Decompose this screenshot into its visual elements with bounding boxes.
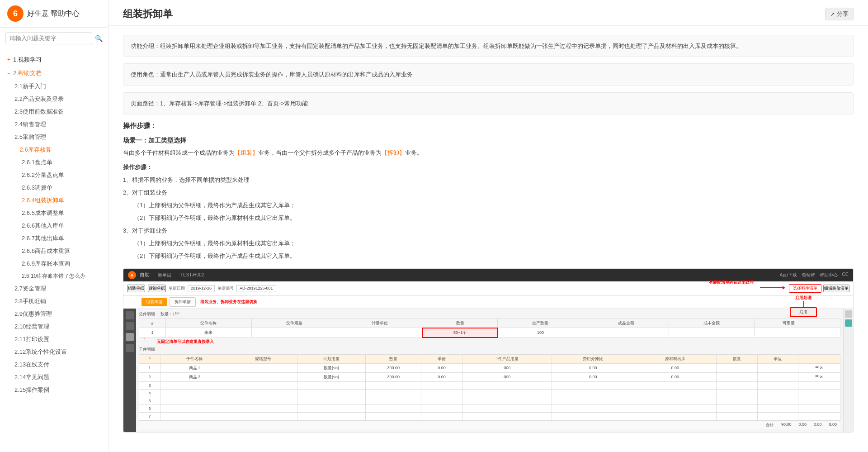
app-title-sm: 自助 [140, 271, 150, 278]
cell-name: 米米 [166, 328, 252, 338]
sidebar-item-2-7[interactable]: 2.7资金管理 [0, 282, 108, 295]
scol-name: 子件名称 [160, 354, 229, 363]
step-label: 操作步骤： [123, 162, 854, 173]
info-block-role: 使用角色：通常由生产人员或库管人员完成拆装业务的操作，库管人员确认原材料的出库和… [123, 63, 854, 86]
nav-help: 帮助中心 [820, 272, 838, 278]
sidebar-item-label: 2.帮助文档 [13, 69, 42, 77]
btn-edit-bom[interactable]: 编辑装修清单 [823, 285, 849, 292]
scenario1-title: 场景一：加工类型选择 [123, 137, 854, 145]
sidebar-item-2-6-4[interactable]: 2.6.4组装拆卸单 [0, 194, 108, 207]
page-header: 组装拆卸单 ↗ 分享 [108, 0, 868, 26]
search-bar: 🔍 [0, 28, 108, 49]
scol-price: 单价 [421, 354, 462, 363]
col-qty: 数量 [423, 319, 497, 328]
sidebar-item-2-14[interactable]: 2.14常见问题 [0, 371, 108, 384]
btn-disassembly[interactable]: 拆卸单据 [148, 285, 166, 292]
sidebar-item-2-8[interactable]: 2.8手机旺铺 [0, 295, 108, 308]
col-prod-qty: 生产数量 [497, 319, 583, 328]
app-footer: 合计 ¥0.00 0.00 0.00 0.00 [139, 420, 840, 429]
date-value: 2019-12-26 [188, 285, 215, 291]
step-3-1: （1）上部明细为父件明细，最终作为原材料生成其它出库单； [123, 238, 854, 249]
bill-label: 单据编号 [217, 285, 234, 291]
sidebar-item-2-6-2[interactable]: 2.6.2分量盘点单 [0, 169, 108, 181]
sidebar-icon-4 [126, 344, 134, 352]
sidebar-item-label: 1.视频学习 [13, 56, 42, 64]
sidebar-item-2-12[interactable]: 2.12系统个性化设置 [0, 346, 108, 358]
bill-value: AD-20191226-001 [236, 285, 276, 291]
sidebar-item-2-6[interactable]: − 2.6库存核算 [0, 143, 108, 156]
col-action [823, 319, 840, 328]
cell-prod-amt [583, 328, 669, 338]
total-3: 0.00 [814, 422, 822, 428]
step-3-2: （2）下部明细为子件明细，最终作为产成品生成其它入库单。 [123, 250, 854, 262]
sidebar-item-2-6-3[interactable]: 2.6.3调拨单 [0, 181, 108, 194]
app-screenshot: 6 自助 新单据 TEST-H002 App下载 包帮帮 帮助中心 CC 组装单… [123, 269, 853, 432]
table-row: 1 米米 50~1个 100 [139, 328, 840, 338]
sidebar-item-1[interactable]: + 1.视频学习 [0, 53, 108, 67]
search-icon[interactable]: 🔍 [95, 35, 103, 42]
scol-out-unit: 单位 [757, 354, 798, 363]
sidebar-item-2-11[interactable]: 2.11打印设置 [0, 333, 108, 346]
sidebar-item-2-15[interactable]: 2.15操作案例 [0, 384, 108, 396]
btn-select-bom[interactable]: 选择料件清单 [789, 284, 821, 293]
col-avail: 可用量 [755, 319, 823, 328]
step-3: 3、对于拆卸业务 [123, 225, 854, 237]
btn-disassembly-inactive[interactable]: 拆卸单据 [170, 297, 196, 307]
tables-area: 父件明细： 数量：1/个 # 父件名称 父件规格 计量单位 数量 [136, 309, 843, 432]
cell-unit [337, 328, 423, 338]
cell-cost-amt [669, 328, 755, 338]
app-screenshot-container: 6 自助 新单据 TEST-H002 App下载 包帮帮 帮助中心 CC 组装单… [123, 268, 854, 433]
sidebar-item-2-6-10[interactable]: 2.6.10库存账本错了怎么办 [0, 270, 108, 282]
sidebar-item-2-6-7[interactable]: 2.6.7其他出库单 [0, 232, 108, 245]
btn-assembly-active[interactable]: 组装单据 [142, 298, 167, 306]
app-left-sidebar [123, 309, 136, 432]
sidebar-item-2-6-9[interactable]: 2.6.9库存账本查询 [0, 257, 108, 270]
scol-ops [798, 354, 840, 363]
app-logo: 6 [7, 5, 24, 22]
sidebar-item-2-6-6[interactable]: 2.6.6其他入库单 [0, 219, 108, 232]
sidebar-item-2-2[interactable]: 2.2产品安装及登录 [0, 93, 108, 105]
sidebar-item-2-6-5[interactable]: 2.6.5成本调整单 [0, 207, 108, 219]
cell-qty: 50~1个 [423, 328, 497, 338]
annotation-bom: 有装配清单的在这里处理 [709, 280, 754, 285]
main-content-area: 组装拆卸单 ↗ 分享 功能介绍：组装拆卸单用来处理企业组装或拆卸等加工业务，支持… [108, 0, 868, 452]
sidebar-item-2-10[interactable]: 2.10经营管理 [0, 320, 108, 333]
scol-outbound: 原材料出库 [634, 354, 717, 363]
col-num: # [139, 319, 166, 328]
sidebar-item-2-6-8[interactable]: 2.6.8商品成本重算 [0, 245, 108, 257]
search-input[interactable] [5, 32, 92, 44]
table-row: 6 [139, 404, 840, 412]
sidebar-item-2-9[interactable]: 2.9优惠券管理 [0, 308, 108, 320]
enable-field[interactable]: 启用 [790, 307, 817, 317]
annotation-enable: 启用处理 启用 [790, 295, 817, 317]
sidebar-item-2-1[interactable]: 2.1新手入门 [0, 80, 108, 93]
steps-list: 操作步骤： 1、根据不同的业务，选择不同单据的类型来处理 2、对于组装业务 （1… [123, 162, 854, 262]
page-title: 组装拆卸单 [123, 7, 173, 21]
sidebar-icon-3 [126, 333, 134, 341]
arrow-bom [760, 286, 785, 290]
sidebar-item-2-4[interactable]: 2.4销售管理 [0, 118, 108, 131]
sidebar-icon-2 [126, 322, 134, 330]
sidebar-item-2-6-1[interactable]: 2.6.1盘点单 [0, 156, 108, 169]
sidebar-item-2-13[interactable]: 2.13在线支付 [0, 358, 108, 371]
sidebar-item-2[interactable]: − 2.帮助文档 [0, 67, 108, 80]
table-row: 3 [139, 381, 840, 389]
type-switch-bar: 组装单据 拆卸单据 组装业务、拆卸业务在这里切换 启用处理 启用 [123, 296, 853, 309]
collapse-icon: − [7, 70, 10, 76]
scol-spec: 规格型号 [229, 354, 297, 363]
app-nav: 新单据 [158, 272, 171, 278]
sidebar-item-2-3[interactable]: 2.3使用前数据准备 [0, 105, 108, 118]
lower-table-label: 子件明细： [139, 347, 840, 352]
share-button[interactable]: ↗ 分享 [825, 8, 854, 20]
app-body: 父件明细： 数量：1/个 # 父件名称 父件规格 计量单位 数量 [123, 309, 853, 432]
date-label: 单据日期 [169, 285, 185, 291]
btn-assembly[interactable]: 组装单据 [127, 285, 145, 292]
total-label: 合计 [766, 422, 774, 428]
table-row: 1 商品 1 数量(≤n) 300.00 0.00 000 0.00 0.00 [139, 363, 840, 372]
sidebar-item-2-5[interactable]: 2.5采购管理 [0, 131, 108, 143]
scol-out-qty: 数量 [716, 354, 757, 363]
app-right-nav: App下载 包帮帮 帮助中心 CC [780, 272, 849, 278]
scol-plan-qty: 计划用量 [297, 354, 365, 363]
nav-app: App下载 [780, 272, 797, 278]
table-row: 5 [139, 397, 840, 404]
